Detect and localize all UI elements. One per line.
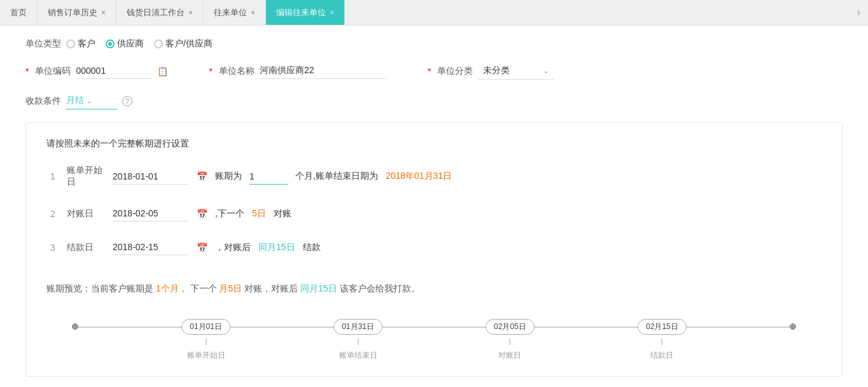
timeline-node-2: 01月31日 账单结束日 — [333, 318, 382, 361]
timeline-connector-2 — [358, 339, 359, 345]
period-num-2: 2 — [46, 209, 59, 219]
calendar-icon-3[interactable]: 📅 — [197, 243, 207, 253]
period-card: 请按照未来的一个完整帐期进行设置 1 账单开始日 📅 账期为 个月,账单结束日期… — [25, 122, 843, 377]
unit-type-label: 单位类型 — [25, 38, 61, 50]
radio-customer-circle — [66, 39, 75, 48]
unit-code-label: 单位编码 — [35, 66, 71, 77]
preview-highlight-1: 1个月， — [156, 283, 188, 293]
period-num-3: 3 — [46, 243, 59, 253]
radio-customer-supplier-circle — [154, 39, 163, 48]
timeline-badge-2: 01月31日 — [333, 319, 382, 335]
unit-info-row: * 单位编码 📋 * 单位名称 * 单位分类 未分类 ⌄ — [25, 62, 843, 80]
close-icon[interactable]: × — [251, 8, 255, 17]
period-row1-suffix-before: 账期为 — [215, 171, 242, 182]
period-end-date-highlight: 2018年01月31日 — [386, 171, 452, 182]
timeline-section: 01月01日 账单开始日 01月31日 账单结束日 02月05日 对账日 02月… — [46, 318, 822, 361]
period-row-1: 1 账单开始日 📅 账期为 个月,账单结束日期为 2018年01月31日 — [46, 165, 822, 188]
timeline-badge-1: 01月01日 — [181, 319, 230, 335]
payment-terms-item: 收款条件 月结 ⌄ ? — [25, 92, 132, 109]
tab-partner-unit-label: 往来单位 — [214, 7, 247, 18]
unit-category-value: 未分类 — [483, 65, 510, 76]
radio-customer[interactable]: 客户 — [66, 38, 95, 50]
period-row2-highlight: 5日 — [252, 208, 266, 220]
unit-name-label: 单位名称 — [219, 66, 255, 77]
period-num-1: 1 — [46, 171, 59, 181]
payment-terms-row: 收款条件 月结 ⌄ ? — [25, 92, 843, 109]
unit-type-row: 单位类型 客户 供应商 客户/供应商 — [25, 38, 843, 50]
radio-customer-supplier-label: 客户/供应商 — [165, 38, 213, 50]
unit-category-select[interactable]: 未分类 ⌄ — [478, 62, 554, 80]
help-icon[interactable]: ? — [122, 96, 132, 106]
calendar-icon-2[interactable]: 📅 — [197, 209, 207, 219]
tab-partner-unit[interactable]: 往来单位 × — [204, 0, 266, 25]
timeline-label-4: 结款日 — [650, 350, 673, 361]
timeline-start-dot — [72, 323, 78, 330]
period-row2-suffix: 对账 — [274, 208, 291, 220]
timeline-label-1: 账单开始日 — [187, 350, 225, 361]
payment-terms-label: 收款条件 — [25, 95, 61, 107]
period-row2-prefix: ,下一个 — [215, 208, 244, 220]
radio-supplier[interactable]: 供应商 — [106, 38, 144, 50]
close-icon[interactable]: × — [188, 8, 193, 17]
timeline-items: 01月01日 账单开始日 01月31日 账单结束日 02月05日 对账日 02月… — [72, 318, 796, 361]
period-label-3: 结款日 — [67, 242, 105, 253]
period-label-1: 账单开始日 — [67, 165, 105, 188]
preview-highlight-2: 月5日 — [219, 283, 242, 293]
tab-sales-order-history[interactable]: 销售订单历史 × — [38, 0, 116, 25]
timeline-connector-1 — [206, 339, 207, 345]
calendar-icon-1[interactable]: 📅 — [197, 171, 207, 181]
timeline-end-point — [790, 318, 796, 330]
chevron-down-icon: ⌄ — [543, 66, 549, 75]
timeline-node-1: 01月01日 账单开始日 — [181, 318, 230, 361]
required-star-name: * — [209, 66, 212, 76]
period-row3-highlight: 同月15日 — [258, 242, 295, 253]
reconciliation-date-input[interactable] — [113, 206, 189, 222]
radio-customer-supplier[interactable]: 客户/供应商 — [154, 38, 213, 50]
timeline-start-point — [72, 318, 78, 330]
timeline-label-3: 对账日 — [498, 350, 521, 361]
required-star-category: * — [428, 66, 431, 76]
radio-supplier-label: 供应商 — [117, 38, 144, 50]
tab-cash-work-station-label: 钱货日清工作台 — [127, 7, 185, 18]
payment-terms-value: 月结 — [66, 95, 84, 106]
timeline-label-2: 账单结束日 — [339, 350, 377, 361]
close-icon[interactable]: × — [330, 8, 334, 17]
preview-prefix: 账期预览：当前客户账期是 — [46, 283, 153, 293]
unit-category-label: 单位分类 — [437, 66, 473, 77]
preview-suffix: 该客户会给我打款。 — [340, 283, 420, 293]
tab-sales-order-history-label: 销售订单历史 — [48, 7, 97, 18]
tab-cash-work-station[interactable]: 钱货日清工作台 × — [116, 0, 204, 25]
unit-category-item: * 单位分类 未分类 ⌄ — [428, 62, 554, 80]
tab-edit-partner-unit[interactable]: 编辑往来单位 × — [266, 0, 345, 25]
unit-name-input[interactable] — [260, 63, 387, 79]
period-row3-suffix: 结款 — [303, 242, 321, 253]
period-months-input[interactable] — [249, 169, 288, 185]
unit-code-input[interactable] — [76, 63, 152, 79]
timeline-end-dot — [790, 323, 796, 330]
payment-terms-select[interactable]: 月结 ⌄ — [66, 92, 117, 109]
copy-icon[interactable]: 📋 — [157, 66, 168, 76]
timeline-badge-3: 02月05日 — [486, 319, 535, 335]
unit-name-item: * 单位名称 — [209, 63, 386, 79]
unit-type-item: 单位类型 客户 供应商 客户/供应商 — [25, 38, 213, 50]
required-star-code: * — [25, 66, 29, 76]
main-content: 单位类型 客户 供应商 客户/供应商 * 单位编码 — [0, 25, 868, 387]
payment-date-input[interactable] — [113, 239, 189, 255]
radio-customer-label: 客户 — [78, 38, 95, 50]
preview-highlight-3: 同月15日 — [300, 283, 337, 293]
timeline-connector-4 — [661, 339, 662, 345]
preview-mid: 下一个 — [190, 283, 217, 293]
tab-bar: 首页 销售订单历史 × 钱货日清工作台 × 往来单位 × 编辑往来单位 × › — [0, 0, 868, 25]
close-icon[interactable]: × — [101, 8, 106, 17]
tab-more-button[interactable]: › — [850, 7, 868, 18]
period-label-2: 对账日 — [67, 208, 105, 220]
unit-type-radio-group: 客户 供应商 客户/供应商 — [66, 38, 213, 50]
period-row1-suffix-mid: 个月,账单结束日期为 — [295, 171, 378, 182]
timeline-node-3: 02月05日 对账日 — [486, 318, 535, 361]
period-row3-prefix: ，对账后 — [215, 242, 251, 253]
tab-home-label: 首页 — [10, 7, 27, 18]
start-date-input[interactable] — [113, 169, 189, 185]
timeline-node-4: 02月15日 结款日 — [638, 318, 687, 361]
tab-home[interactable]: 首页 — [0, 0, 38, 25]
radio-supplier-circle — [106, 39, 115, 48]
